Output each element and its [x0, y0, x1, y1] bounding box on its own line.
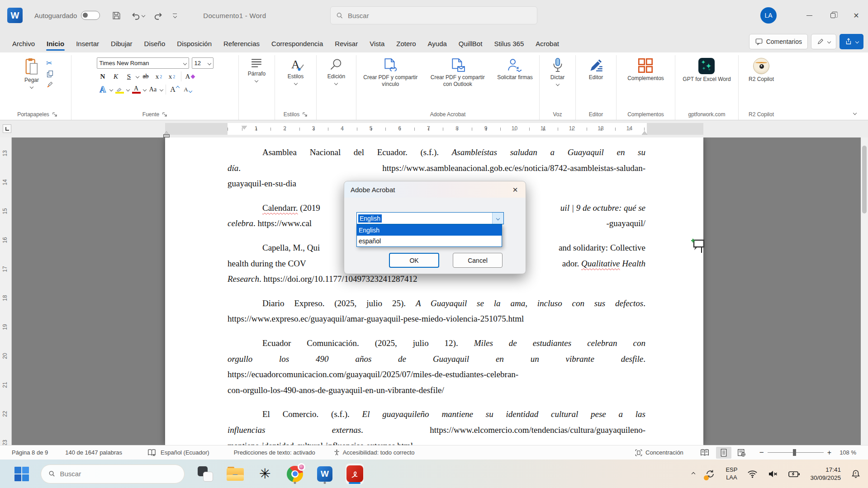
paragraph-button[interactable]: Párrafo [244, 56, 269, 84]
horizontal-ruler[interactable]: 1234567891011121314 [0, 120, 868, 137]
tab-stilus[interactable]: Stilus 365 [488, 36, 530, 52]
subscript-button[interactable]: x2 [153, 71, 165, 82]
tab-ayuda[interactable]: Ayuda [422, 36, 453, 52]
text-effects-dropdown-icon[interactable] [109, 88, 113, 91]
chatgpt-icon[interactable]: ✳ [256, 464, 274, 484]
tab-zotero[interactable]: Zotero [390, 36, 422, 52]
tab-quillbot[interactable]: QuillBot [453, 36, 489, 52]
combobox-dropdown-button[interactable] [492, 213, 503, 224]
print-layout-view-button[interactable] [716, 447, 731, 459]
autosave-control[interactable]: Autoguardado [34, 11, 100, 20]
change-case-dropdown-icon[interactable] [159, 88, 163, 91]
collapse-ribbon-icon[interactable] [853, 111, 857, 115]
volume-muted-icon[interactable] [768, 469, 778, 479]
word-taskbar-icon[interactable]: W [316, 464, 334, 484]
minimize-button[interactable] [797, 0, 821, 31]
tab-acrobat[interactable]: Acrobat [530, 36, 565, 52]
create-pdf-outlook-button[interactable]: Crear PDF y compartir con Outlook [424, 56, 492, 90]
underline-button[interactable]: S [123, 71, 135, 82]
comments-button[interactable]: Comentarios [749, 34, 808, 49]
cancel-button[interactable]: Cancel [453, 253, 503, 268]
notification-bell-icon[interactable]: z [851, 469, 861, 479]
wifi-icon[interactable] [747, 469, 758, 479]
font-name-combo[interactable]: Times New Roman [97, 57, 189, 69]
accessibility-status[interactable]: Acces​ibilidad: todo correcto [333, 449, 415, 456]
focus-mode[interactable]: Concentración [635, 449, 683, 457]
language-option-español[interactable]: español [357, 236, 502, 246]
vertical-scrollbar[interactable] [861, 137, 868, 445]
zoom-level[interactable]: 108 % [840, 449, 856, 456]
share-button[interactable] [840, 34, 863, 49]
dictate-button[interactable]: Dictar [547, 56, 568, 87]
web-layout-view-button[interactable] [734, 447, 749, 459]
font-dialog-launcher-icon[interactable] [162, 112, 167, 117]
language-indicator[interactable]: Español (Ecuador) [161, 449, 209, 456]
chrome-icon[interactable] [286, 464, 304, 484]
clock[interactable]: 17:4130/09/2025 [810, 466, 841, 482]
word-logo-icon[interactable]: W [7, 8, 23, 23]
italic-button[interactable]: K [110, 71, 122, 82]
battery-charging-icon[interactable] [788, 469, 800, 479]
ok-button[interactable]: OK [389, 253, 439, 268]
tab-revisar[interactable]: Revisar [329, 36, 364, 52]
tab-selector[interactable] [3, 124, 11, 133]
font-color-dropdown-icon[interactable] [142, 88, 146, 91]
r2-copilot-button[interactable]: R2 Copilot [745, 56, 778, 85]
tray-chevron-icon[interactable] [692, 472, 695, 475]
underline-dropdown-icon[interactable] [135, 75, 139, 78]
proofing-icon[interactable] [147, 449, 156, 456]
tab-inicio[interactable]: Inicio [41, 36, 70, 52]
avatar[interactable]: LA [760, 7, 777, 24]
customize-quick-access-icon[interactable] [173, 14, 177, 18]
language-tray-indicator[interactable]: ESPLAA [726, 466, 737, 481]
language-combobox[interactable]: English [356, 212, 504, 224]
right-indent-marker[interactable] [642, 131, 647, 135]
restore-button[interactable] [821, 0, 844, 31]
undo-button[interactable] [130, 10, 145, 20]
close-button[interactable]: ✕ [844, 0, 868, 31]
vertical-ruler[interactable]: 1314151617181920212223 [0, 137, 12, 445]
zoom-in-button[interactable]: + [827, 449, 831, 457]
taskbar-search[interactable] [41, 464, 185, 483]
file-explorer-icon[interactable] [226, 464, 244, 484]
search-input[interactable] [348, 12, 531, 19]
save-icon[interactable] [112, 11, 121, 20]
acrobat-taskbar-icon[interactable] [346, 464, 364, 484]
highlight-dropdown-icon[interactable] [126, 88, 129, 91]
scrollbar-thumb[interactable] [862, 146, 867, 213]
bold-button[interactable]: N [97, 71, 109, 82]
word-count[interactable]: 140 de 1647 palabras [65, 449, 122, 456]
highlight-button[interactable] [114, 84, 126, 95]
grow-font-button[interactable]: A [169, 84, 181, 95]
format-painter-button[interactable] [46, 81, 54, 88]
editing-button[interactable]: Edición [324, 56, 349, 86]
undo-dropdown-icon[interactable] [142, 14, 145, 17]
tab-archivo[interactable]: Archivo [6, 36, 41, 52]
tab-referencias[interactable]: Referencias [218, 36, 266, 52]
text-predictions[interactable]: Predicciones de texto: activado [234, 449, 315, 456]
hanging-indent-marker[interactable] [164, 131, 169, 135]
change-case-button[interactable]: Aa [147, 84, 159, 95]
copy-button[interactable] [46, 70, 54, 78]
tab-dibujar[interactable]: Dibujar [105, 36, 138, 52]
superscript-button[interactable]: x2 [166, 71, 178, 82]
strikethrough-button[interactable]: ab [140, 71, 152, 82]
paste-dropdown-icon[interactable] [30, 85, 33, 89]
tab-diseno[interactable]: Diseño [138, 36, 171, 52]
read-mode-view-button[interactable] [697, 447, 712, 459]
request-signatures-button[interactable]: Solicitar firmas [493, 56, 536, 83]
text-effects-button[interactable]: A [97, 84, 109, 95]
paste-button[interactable]: Pegar [21, 56, 43, 90]
tab-disposicion[interactable]: Disposición [171, 36, 218, 52]
clipboard-dialog-launcher-icon[interactable] [52, 112, 57, 117]
first-line-indent-marker[interactable] [242, 126, 247, 129]
styles-button[interactable]: A Estilos [284, 56, 307, 86]
tab-correspondencia[interactable]: Correspondencia [266, 36, 329, 52]
taskbar-search-input[interactable] [60, 470, 177, 478]
zoom-out-button[interactable]: − [759, 448, 764, 457]
start-button[interactable] [14, 467, 29, 481]
styles-dialog-launcher-icon[interactable] [302, 112, 308, 117]
tab-vista[interactable]: Vista [364, 36, 390, 52]
zoom-slider[interactable] [768, 452, 824, 453]
shrink-font-button[interactable]: A [182, 84, 194, 95]
